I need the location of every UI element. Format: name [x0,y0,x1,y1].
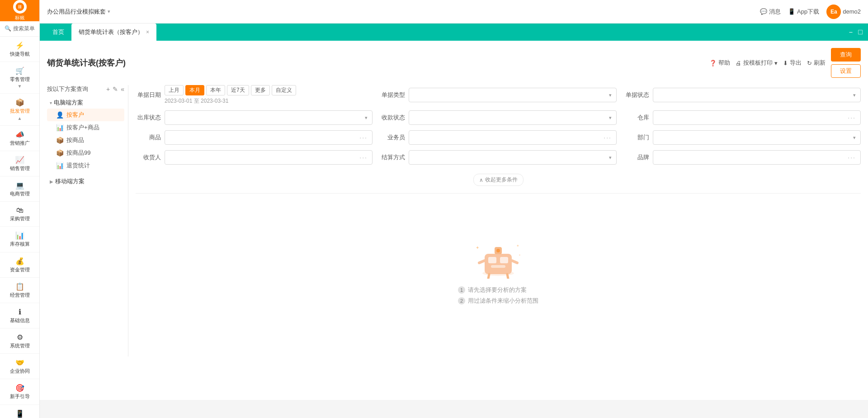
collapse-button[interactable]: ∧ 收起更多条件 [473,174,524,186]
stock-status-control[interactable]: ▾ [165,110,373,125]
app-title[interactable]: 办公用品行业模拟账套 ▾ [47,8,110,16]
collapse-bar: ∧ 收起更多条件 [136,170,861,190]
brand-control[interactable]: ··· [653,150,861,165]
export-icon: ⬇ [783,60,788,66]
search-menu-label: 搜索菜单 [13,25,35,32]
tip-2: 2 用过滤条件来缩小分析范围 [458,297,538,305]
sidebar-item-retail[interactable]: 🛒 零售管理 ▼ [0,62,39,94]
marketing-icon: 📣 [15,130,24,139]
message-button[interactable]: 💬 消息 [760,8,781,16]
tab-close-button[interactable]: × [146,29,149,35]
salesperson-control[interactable]: ··· [409,130,617,145]
refresh-button[interactable]: ↻ 刷新 [807,59,826,67]
sidebar-item-guide[interactable]: 🎯 新手引导 [0,379,39,404]
retail-icon: 🛒 [15,66,24,75]
brand-label: 品牌 [624,153,649,162]
salesperson-dots: ··· [604,134,612,141]
department-control[interactable]: ▾ [653,130,861,145]
settlement-control[interactable]: ▾ [409,150,617,165]
scheme-item-returns[interactable]: 📊 退货统计 [47,159,124,172]
print-button[interactable]: 🖨 按模板打印 ▾ [736,59,778,67]
sidebar-item-quick-nav[interactable]: ⚡ 快捷导航 [0,37,39,62]
tip2-text: 用过滤条件来缩小分析范围 [468,297,538,305]
scheme-item-goods[interactable]: 📦 按商品 [47,134,124,147]
date-custom-btn[interactable]: 自定义 [272,85,296,95]
mobile-group-label: 移动端方案 [55,177,85,185]
mobile-group-header[interactable]: ▶ 移动端方案 [47,176,124,187]
app-download-label: App下载 [797,8,819,16]
goods-control[interactable]: ··· [165,130,373,145]
sales-icon: 📈 [15,156,24,164]
scheme-item-customer[interactable]: 👤 按客户 [47,109,124,121]
date-this-year-btn[interactable]: 本年 [206,85,225,95]
filter-payment-status: 收款状态 ▾ [380,110,617,125]
sidebar-item-operations[interactable]: 📋 经营管理 [0,278,39,303]
sidebar-search[interactable]: 🔍 搜索菜单 [0,21,39,37]
date-last-month-btn[interactable]: 上月 [165,85,184,95]
date-this-month-btn[interactable]: 本月 [185,85,204,95]
returns-icon: 📊 [56,162,64,169]
sidebar-item-app-center[interactable]: 📱 应用中心 [0,405,39,418]
content: 销货单统计表(按客户) ❓ 帮助 🖨 按模板打印 ▾ ⬇ 导出 [40,41,868,418]
payment-status-control[interactable]: ▾ [409,110,617,125]
svg-line-8 [512,261,517,263]
tab-home[interactable]: 首页 [45,24,71,41]
scheme-add-button[interactable]: + [106,86,110,93]
sidebar-item-wholesale[interactable]: 📦 批发管理 ▲ [0,94,39,125]
divider [136,193,861,194]
filter-warehouse: 仓库 ··· [624,110,861,125]
sidebar-item-system[interactable]: ⚙ 系统管理 [0,328,39,354]
date-range-text: 2023-03-01 至 2023-03-31 [165,97,373,105]
svg-rect-3 [500,257,508,263]
brand-dots: ··· [848,154,856,161]
help-button[interactable]: ❓ 帮助 [709,59,730,67]
warehouse-label: 仓库 [624,114,649,122]
scheme-item-customer-goods[interactable]: 📊 按客户+商品 [47,121,124,134]
date-more-btn[interactable]: 更多 [251,85,270,95]
filter-area: 单据日期 上月 本月 本年 近7天 更多 自定义 20 [136,85,861,356]
date-last7-btn[interactable]: 近7天 [227,85,249,95]
scheme-collapse-button[interactable]: « [121,86,124,93]
scheme-header-actions: + ✎ « [106,86,124,93]
user-profile-button[interactable]: Ea demo2 [826,5,861,19]
search-icon: 🔍 [5,25,11,32]
sidebar: 标账 🔍 搜索菜单 ⚡ 快捷导航 🛒 零售管理 ▼ 📦 批发管理 ▲ 📣 营销推… [0,0,40,418]
stock-status-arrow: ▾ [365,115,368,121]
sidebar-item-ecommerce[interactable]: 💻 电商管理 [0,176,39,202]
finance-icon: 💰 [15,257,24,266]
filter-brand: 品牌 ··· [624,150,861,165]
scheme-panel-header: 按以下方案查询 + ✎ « [47,85,124,93]
mobile-group-arrow: ▶ [50,179,53,184]
tab-sales-stats[interactable]: 销货单统计表（按客户） × [71,24,156,41]
tab-home-label: 首页 [52,28,64,36]
order-type-control[interactable]: ▾ [409,88,617,102]
sidebar-item-marketing[interactable]: 📣 营销推广 [0,126,39,151]
maximize-button[interactable]: □ [858,28,863,36]
minimize-button[interactable]: － [847,28,854,37]
sidebar-item-sales[interactable]: 📈 销售管理 [0,151,39,176]
warehouse-control[interactable]: ··· [653,110,861,125]
scheme-item-goods99[interactable]: 📦 按商品99 [47,147,124,159]
wholesale-icon: 📦 [15,98,24,107]
settings-button[interactable]: 设置 [831,64,861,78]
scheme-edit-button[interactable]: ✎ [113,86,118,93]
recipient-control[interactable]: ··· [165,150,373,165]
app-logo: 标账 [0,0,40,21]
desktop-group-header[interactable]: ▾ 电脑端方案 [47,97,124,109]
sidebar-item-purchase[interactable]: 🛍 采购管理 [0,202,39,227]
sidebar-item-finance[interactable]: 💰 资金管理 [0,252,39,278]
query-button[interactable]: 查询 [831,48,861,62]
export-button[interactable]: ⬇ 导出 [783,59,802,67]
sidebar-item-collaboration[interactable]: 🤝 企业协同 [0,354,39,379]
filter-goods: 商品 ··· [136,130,373,145]
sidebar-item-inventory[interactable]: 📊 库存核算 [0,227,39,252]
svg-rect-1 [485,254,512,274]
app-download-button[interactable]: 📱 App下载 [788,8,819,16]
sidebar-item-basic-info[interactable]: ℹ 基础信息 [0,303,39,328]
department-label: 部门 [624,133,649,142]
recipient-dots: ··· [359,154,368,161]
filter-recipient: 收货人 ··· [136,150,373,165]
scheme-header-label: 按以下方案查询 [47,85,88,93]
order-status-control[interactable]: ▾ [653,88,861,102]
avatar-text: Ea [830,9,837,15]
